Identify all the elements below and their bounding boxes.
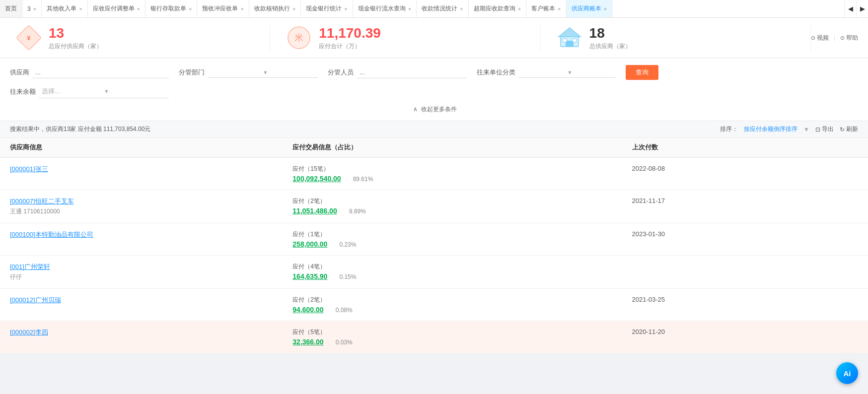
refresh-button[interactable]: ↻ 刷新 [840,125,858,133]
refresh-label: 刷新 [846,125,858,133]
filter-collapse-btn[interactable]: ∧ 收起更多条件 [10,103,858,116]
link-divider: | [834,34,835,41]
result-summary: 搜索结果中，供应商13家 应付金额 111,703,854.00元 [10,125,150,133]
stats-bar: ¥ 13 总应付供应商（家） 米 11,170.39 应付合计（万） [0,18,868,58]
payable-amount-5[interactable]: 32,366.00 [292,338,323,346]
nav-tab-cash-flow[interactable]: 现金银行流水查询 × [353,0,417,17]
nav-tab-payment-stats[interactable]: 收款情况统计 × [417,0,468,17]
person-input[interactable] [357,66,467,78]
payable-count-5: 应付（5笔） [292,328,632,336]
dept-label: 分管部门 [179,68,205,77]
svg-text:¥: ¥ [27,35,31,42]
export-button[interactable]: ⊡ 导出 [815,125,834,133]
payable-percent-0: 89.61% [353,176,373,183]
balance-label: 往来余额 [10,87,36,96]
stat-label-suppliers: 总应付供应商（家） [49,42,102,51]
payable-cell-5: 应付（5笔） 32,366.00 0.03% [292,328,632,346]
nav-tab-cash-flow-close[interactable]: × [408,6,411,12]
top-right-links: ⊙ 视频 | ⊙ 帮助 [811,34,858,42]
payable-cell-4: 应付（2笔） 94,600.00 0.08% [292,296,632,314]
nav-tab-cash-bank-stats[interactable]: 现金银行统计 × [301,0,353,17]
nav-tab-other-income[interactable]: 其他收入单 × [42,0,87,17]
stat-content-payable: 11,170.39 应付合计（万） [319,25,381,51]
payable-row-3: 164,635.90 0.15% [292,272,632,280]
nav-tab-customer-ledger[interactable]: 客户账本 × [526,0,566,17]
supplier-label: 供应商 [10,68,29,77]
payable-percent-5: 0.03% [336,339,353,346]
nav-tab-overdue[interactable]: 超期应收款查询 × [469,0,526,17]
nav-tab-bank-deposit-close[interactable]: × [189,6,192,12]
export-icon: ⊡ [815,126,820,133]
payable-amount-2[interactable]: 258,000.00 [292,240,327,248]
nav-tab-cash-bank-stats-label: 现金银行统计 [306,4,342,13]
nav-tab-cash-flow-label: 现金银行流水查询 [358,4,406,13]
supplier-link-0[interactable]: [000001]张三 [10,165,292,174]
last-pay-date-0: 2022-08-08 [632,165,665,172]
payable-count-0: 应付（15笔） [292,165,632,173]
stat-number-total-suppliers: 18 [589,25,631,42]
dept-select[interactable]: ▼ [208,67,318,78]
nav-tab-3[interactable]: 3 × [22,0,42,17]
payable-amount-3[interactable]: 164,635.90 [292,272,327,280]
supplier-link-1[interactable]: [000007]恒旺二手叉车 [10,197,292,206]
nav-tab-collection-label: 收款核销执行 [254,4,290,13]
nav-prev-arrow[interactable]: ◀ [844,0,856,18]
video-link[interactable]: ⊙ 视频 [811,34,829,42]
payable-row-4: 94,600.00 0.08% [292,306,632,314]
supplier-link-2[interactable]: [000100]本特勤油品有限公司 [10,230,292,239]
nav-tab-ar-adjustment-close[interactable]: × [137,6,140,12]
query-button[interactable]: 查询 [626,65,658,80]
nav-tab-payment-stats-label: 收款情况统计 [422,4,457,13]
table-row: [001]广州荣轩 仔仔 应付（4笔） 164,635.90 0.15% [0,256,868,289]
nav-tab-overdue-label: 超期应收款查询 [474,4,515,13]
payable-percent-3: 0.15% [339,273,356,280]
stat-total-suppliers: 18 总供应商（家） [541,24,811,52]
nav-tab-supplier-ledger[interactable]: 供应商账本 × [567,0,612,17]
sort-value[interactable]: 按应付余额倒序排序 [744,125,797,133]
nav-tab-payment-stats-close[interactable]: × [460,6,463,12]
nav-tab-overdue-close[interactable]: × [518,6,521,12]
svg-rect-8 [573,39,577,42]
payable-amount-1[interactable]: 11,051,486.00 [292,207,337,215]
nav-tab-supplier-ledger-close[interactable]: × [604,6,607,12]
stat-number-suppliers: 13 [49,25,102,42]
rice-icon: 米 [285,24,313,52]
table-row: [000002]李四 应付（5笔） 32,366.00 0.03% 2020-1… [0,321,868,353]
payable-count-3: 应付（4笔） [292,263,632,271]
help-link[interactable]: ⊙ 帮助 [840,34,858,42]
nav-next-arrow[interactable]: ▶ [856,0,868,18]
stat-label-payable: 应付合计（万） [319,42,381,51]
payable-percent-4: 0.08% [336,307,353,314]
nav-tab-prepay[interactable]: 预收冲应收单 × [197,0,249,17]
dept-dropdown-arrow: ▼ [263,69,315,75]
nav-tab-prepay-close[interactable]: × [240,6,243,12]
filter-unit-class: 往来单位分类 ▼ [477,67,616,78]
supplier-cell-3: [001]广州荣轩 仔仔 [10,263,292,281]
supplier-cell-5: [000002]李四 [10,328,292,337]
unit-class-select[interactable]: ▼ [518,67,616,78]
payable-amount-0[interactable]: 100,092,540.00 [292,175,341,183]
col-header-supplier: 供应商信息 [10,143,292,152]
nav-tab-home[interactable]: 首页 [0,0,22,17]
lastpay-cell-4: 2021-03-25 [632,296,858,303]
nav-tab-3-close[interactable]: × [33,6,36,12]
nav-tab-customer-ledger-label: 客户账本 [531,4,555,13]
supplier-link-4[interactable]: [000012]广州贝瑞 [10,296,292,305]
supplier-link-3[interactable]: [001]广州荣轩 [10,263,292,271]
table-row: [000012]广州贝瑞 应付（2笔） 94,600.00 0.08% 2021… [0,289,868,321]
nav-tab-customer-ledger-close[interactable]: × [558,6,561,12]
nav-tab-other-income-close[interactable]: × [79,6,82,12]
payable-amount-4[interactable]: 94,600.00 [292,306,323,314]
supplier-link-5[interactable]: [000002]李四 [10,328,292,337]
unit-class-label: 往来单位分类 [477,68,515,77]
nav-tab-collection-close[interactable]: × [292,6,295,12]
nav-tab-bank-deposit[interactable]: 银行存取款单 × [145,0,197,17]
nav-tab-cash-bank-stats-close[interactable]: × [344,6,347,12]
filter-row-2: 往来余额 选择... ▼ [10,85,169,98]
stat-total-payable-suppliers: ¥ 13 总应付供应商（家） [10,24,270,52]
supplier-input[interactable] [32,66,169,78]
balance-select[interactable]: 选择... ▼ [39,85,169,98]
lastpay-cell-5: 2020-11-20 [632,328,858,335]
nav-tab-ar-adjustment[interactable]: 应收应付调整单 × [88,0,145,17]
nav-tab-collection[interactable]: 收款核销执行 × [249,0,301,17]
